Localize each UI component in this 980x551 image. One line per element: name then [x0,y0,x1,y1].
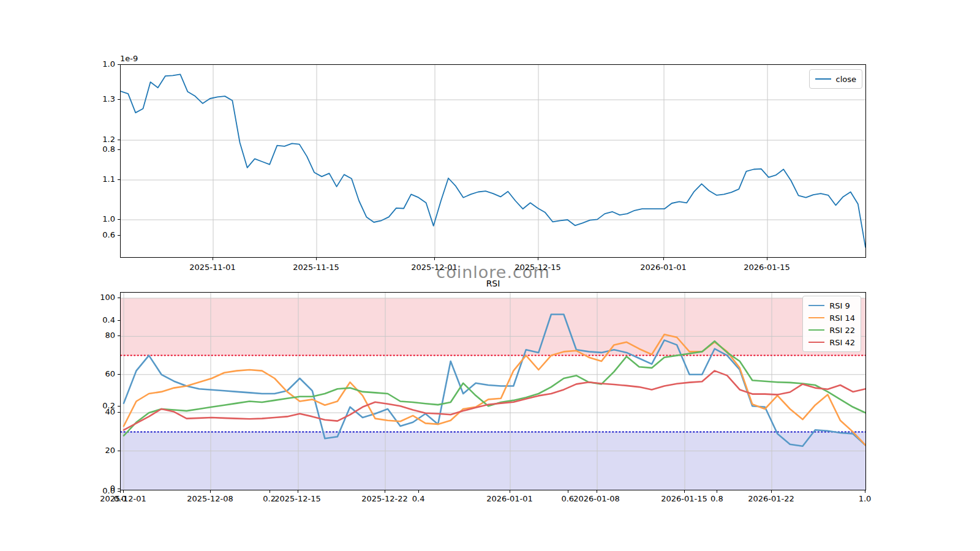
axis-tick-label: 1.0 [87,59,115,69]
axis-tick-label: 0.8 [87,144,115,154]
legend-label: RSI 42 [829,338,855,347]
axis-tick-mark [270,490,270,493]
axis-tick-label: 0.4 [385,494,452,503]
axis-tick-mark [118,298,120,298]
axis-tick-mark [684,490,685,493]
legend-row-rsi-42: RSI 42 [809,336,855,348]
axis-tick-mark [298,490,298,493]
axis-tick-mark [434,258,435,260]
axis-tick-mark [118,179,120,180]
axis-tick-label: 1.1 [87,174,115,184]
axis-tick-mark [118,320,120,321]
legend-row-rsi-22: RSI 22 [809,324,855,336]
rsi-22-line-swatch [809,329,824,331]
legend-label: RSI 14 [829,313,855,323]
price-chart-area: close [120,64,866,258]
rsi-14-line-swatch [809,317,824,318]
axis-tick-mark [568,490,568,493]
axis-tick-label: 0.8 [683,494,750,503]
rsi-chart-title: RSI [486,279,500,288]
axis-tick-mark [663,258,664,260]
axis-tick-mark [510,490,510,493]
rsi-legend: RSI 9RSI 14RSI 22RSI 42 [802,296,861,352]
legend-label: RSI 9 [829,301,850,310]
legend-label: RSI 22 [829,326,855,335]
axis-tick-mark [123,490,124,493]
axis-tick-mark [210,490,211,493]
axis-tick-mark [118,374,120,375]
axis-tick-label: 2025-11-15 [282,263,350,272]
axis-tick-mark [597,490,597,493]
axis-tick-mark [118,235,120,236]
axis-tick-mark [385,490,385,493]
axis-tick-label: 2025-12-15 [504,263,571,272]
axis-tick-mark [771,490,772,493]
axis-tick-mark [865,490,865,493]
axis-tick-mark [118,335,120,336]
figure-canvas: 1e-9 close coinlore.com RSI RSI 9RSI 14R… [0,0,980,551]
axis-tick-label: 2025-12-01 [401,263,468,272]
axis-tick-mark [118,489,120,489]
axis-tick-label: 100 [87,293,115,302]
rsi-chart-svg [121,293,865,490]
axis-tick-label: 2026-01-01 [630,263,697,272]
axis-tick-mark [118,99,120,100]
axis-tick-label: 1.2 [87,135,115,144]
axis-tick-mark [118,412,120,413]
axis-tick-label: 80 [87,331,115,340]
axis-tick-label: 2025-11-01 [179,263,246,272]
axis-tick-label: 0.2 [87,401,115,410]
axis-tick-mark [717,490,717,493]
axis-tick-label: 1.3 [87,94,115,103]
axis-tick-mark [118,219,120,220]
axis-tick-mark [118,64,120,65]
axis-tick-mark [118,451,120,451]
axis-tick-mark [118,149,120,150]
axis-tick-mark [418,490,419,493]
legend-row-rsi-9: RSI 9 [809,299,855,312]
axis-tick-mark [118,406,120,407]
axis-tick-mark [316,258,317,260]
axis-tick-label: 2026-01-15 [733,263,801,272]
axis-tick-mark [213,258,213,260]
axis-tick-label: 20 [87,446,115,455]
price-legend: close [809,69,862,89]
price-chart-svg [121,65,865,257]
axis-tick-mark [538,258,538,260]
axis-tick-mark [118,140,120,140]
axis-tick-label: 2026-01-01 [476,494,543,503]
legend-row-rsi-14: RSI 14 [809,312,855,324]
axis-tick-label: 1.0 [831,494,899,503]
axis-tick-label: 2025-12-08 [176,494,244,503]
axis-tick-label: 0.6 [534,494,601,503]
rsi-chart-area: RSI 9RSI 14RSI 22RSI 42 [120,292,866,490]
axis-tick-label: 0.4 [87,315,115,324]
axis-tick-mark [767,258,767,260]
close-legend-label: close [836,75,856,84]
rsi-9-line-swatch [809,305,824,306]
axis-tick-label: 0.2 [236,494,303,503]
axis-tick-mark [120,490,121,493]
axis-tick-label: 0.6 [87,230,115,239]
axis-tick-label: 1.0 [87,214,115,223]
legend-row-close: close [815,73,856,85]
close-line-swatch [815,78,831,80]
rsi-42-line-swatch [809,342,824,343]
axis-tick-label: 0.0 [86,494,154,503]
axis-tick-label: 60 [87,369,115,378]
y-axis-offset-label: 1e-9 [120,54,138,63]
